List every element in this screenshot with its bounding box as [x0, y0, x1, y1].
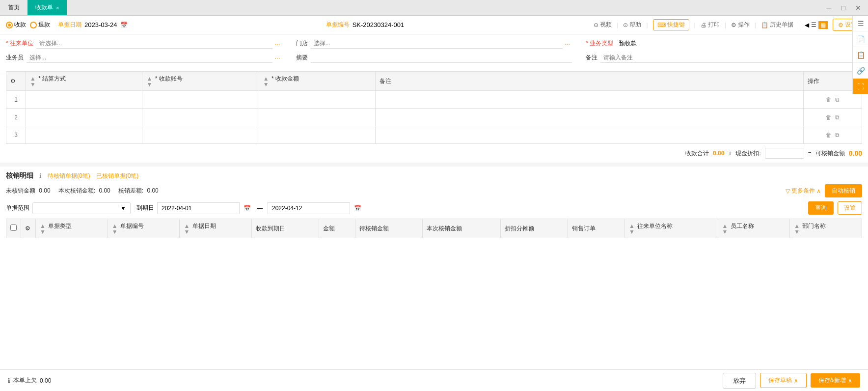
pending-amount-col: 待核销金额	[355, 219, 422, 238]
footer: ℹ 本单上欠 0.00 放弃 保存草稿 ∧ 保存&新增 ∧	[0, 369, 868, 391]
account-cell-1[interactable]	[142, 91, 259, 109]
amount-col2: 金额	[319, 219, 355, 238]
range-select[interactable]: ▼	[32, 202, 131, 214]
unverified-amount: 未核销金额 0.00	[6, 187, 51, 195]
operation-btn[interactable]: ⚙ 操作	[731, 21, 750, 29]
copy-row-1-btn[interactable]: ⧉	[835, 96, 840, 103]
calendar-icon-2[interactable]: 📅	[354, 205, 361, 212]
counterpart-more-btn[interactable]: ···	[272, 40, 282, 48]
radio-receive-dot	[6, 22, 13, 28]
settings-col2[interactable]: ⚙	[21, 219, 36, 238]
calendar-icon[interactable]: 📅	[120, 22, 128, 28]
shortcut-btn[interactable]: ⌨ 快捷键	[653, 19, 689, 30]
radio-refund-dot	[30, 22, 37, 28]
tab-close-icon[interactable]: ×	[56, 5, 59, 11]
radio-refund[interactable]: 退款	[30, 21, 50, 29]
grid-view-icon[interactable]: ▦	[818, 21, 828, 29]
remark-col-header: 备注	[376, 72, 804, 91]
due-date-label: 到期日	[136, 204, 154, 212]
print-icon: 🖨	[701, 22, 706, 28]
video-btn[interactable]: ⊙ 视频	[594, 21, 612, 29]
summary-input[interactable]	[311, 53, 572, 63]
remark-input[interactable]	[600, 53, 862, 63]
auto-verify-btn[interactable]: 自动核销	[825, 184, 862, 197]
settlement-col-header: ▲▼ * 结算方式	[26, 72, 142, 91]
date-to-input[interactable]	[268, 202, 350, 214]
keyboard-icon: ⌨	[657, 22, 666, 28]
sidebar-copy-icon[interactable]: 📋	[853, 47, 868, 63]
discount-input[interactable]	[765, 148, 804, 159]
form-area: * 往来单位 ··· 门店 ··· * 业务类型 预收款 ▼ 业务员 ···	[0, 34, 868, 71]
history-icon: 📋	[761, 22, 768, 28]
account-cell-3[interactable]	[142, 126, 259, 144]
verification-section: 核销明细 ℹ 待核销单据(0笔) 已核销单据(0笔) 未核销金额 0.00 本次…	[0, 167, 868, 243]
remark-cell-1[interactable]	[376, 91, 804, 109]
sidebar-table-icon[interactable]: ☰	[853, 16, 868, 31]
tab-active-label: 收款单	[35, 3, 53, 12]
sidebar-doc-icon[interactable]: 📄	[853, 31, 868, 47]
settlement-cell-2[interactable]	[26, 109, 142, 126]
discount-label: 现金折扣:	[735, 149, 760, 158]
sidebar-link-icon[interactable]: 🔗	[853, 63, 868, 79]
radio-receive[interactable]: 收款	[6, 21, 26, 29]
amount-cell-3[interactable]	[259, 126, 375, 144]
table-row: 2 🗑 ⧉	[6, 109, 862, 126]
account-cell-2[interactable]	[142, 109, 259, 126]
staff-more-btn[interactable]: ···	[272, 54, 282, 62]
maximize-btn[interactable]: □	[839, 3, 848, 13]
checkbox-col[interactable]	[6, 219, 21, 238]
tab-home[interactable]: 首页	[0, 0, 27, 15]
more-conditions-btn[interactable]: ▽ 更多条件 ∧	[786, 187, 821, 195]
staff-input[interactable]	[27, 53, 272, 63]
store-input[interactable]	[311, 38, 563, 49]
number-value: SK-20230324-001	[353, 21, 405, 28]
current-verify-amount: 本次核销金额: 0.00	[58, 187, 110, 195]
select-all-checkbox[interactable]	[10, 224, 17, 231]
help-btn[interactable]: ⊙ 帮助	[623, 21, 641, 29]
table-row: 1 🗑 ⧉	[6, 91, 862, 109]
discard-btn[interactable]: 放弃	[723, 373, 756, 389]
tab-active[interactable]: 收款单 ×	[27, 0, 67, 15]
current-page-label: 本单上欠	[13, 376, 37, 385]
footer-value: 0.00	[40, 377, 51, 384]
settlement-cell-1[interactable]	[26, 91, 142, 109]
copy-row-2-btn[interactable]: ⧉	[835, 114, 840, 121]
completed-tab[interactable]: 已核销单据(0笔)	[96, 172, 139, 180]
total-label: 收款合计	[685, 149, 709, 158]
delete-row-1-btn[interactable]: 🗑	[826, 96, 832, 103]
help-icon: ⊙	[623, 22, 628, 28]
plus-sign: +	[728, 150, 732, 157]
store-more-btn[interactable]: ···	[563, 40, 572, 48]
delete-row-3-btn[interactable]: 🗑	[826, 132, 832, 139]
pending-tab[interactable]: 待核销单据(0笔)	[48, 172, 90, 180]
info-icon: ℹ	[8, 377, 10, 384]
list-view-icon[interactable]: ☰	[811, 22, 816, 28]
verif-settings-btn[interactable]: 设置	[838, 201, 862, 215]
prev-icon[interactable]: ◀	[805, 22, 809, 28]
calendar-icon-1[interactable]: 📅	[244, 205, 251, 212]
settings-col-header[interactable]: ⚙	[6, 72, 26, 91]
sidebar-expand-icon[interactable]: ⛶	[853, 79, 868, 94]
minimize-btn[interactable]: ─	[824, 3, 835, 13]
save-new-btn[interactable]: 保存&新增 ∧	[811, 373, 860, 388]
remark-cell-3[interactable]	[376, 126, 804, 144]
print-btn[interactable]: 🖨 打印	[701, 21, 720, 29]
bottom-table-wrap: ⚙ ▲▼ 单据类型 ▲▼ 单据编号 ▲▼ 单据日期	[6, 219, 862, 238]
remark-field: 备注	[586, 53, 862, 63]
remark-cell-2[interactable]	[376, 109, 804, 126]
counterpart-input[interactable]	[36, 38, 272, 49]
delete-row-2-btn[interactable]: 🗑	[826, 114, 832, 121]
save-draft-btn[interactable]: 保存草稿 ∧	[760, 373, 807, 388]
settlement-cell-3[interactable]	[26, 126, 142, 144]
available-label: 可核销金额	[815, 149, 845, 158]
copy-row-3-btn[interactable]: ⧉	[835, 132, 840, 139]
amount-cell-2[interactable]	[259, 109, 375, 126]
date-from-input[interactable]	[157, 202, 240, 214]
query-btn[interactable]: 查询	[808, 201, 834, 215]
amount-cell-1[interactable]	[259, 91, 375, 109]
table-row: 3 🗑 ⧉	[6, 126, 862, 144]
close-btn[interactable]: ✕	[852, 3, 864, 13]
summary-field: 摘要	[296, 53, 572, 63]
history-btn[interactable]: 📋 历史单据	[761, 21, 793, 29]
range-filter: 单据范围 ▼	[6, 202, 131, 214]
